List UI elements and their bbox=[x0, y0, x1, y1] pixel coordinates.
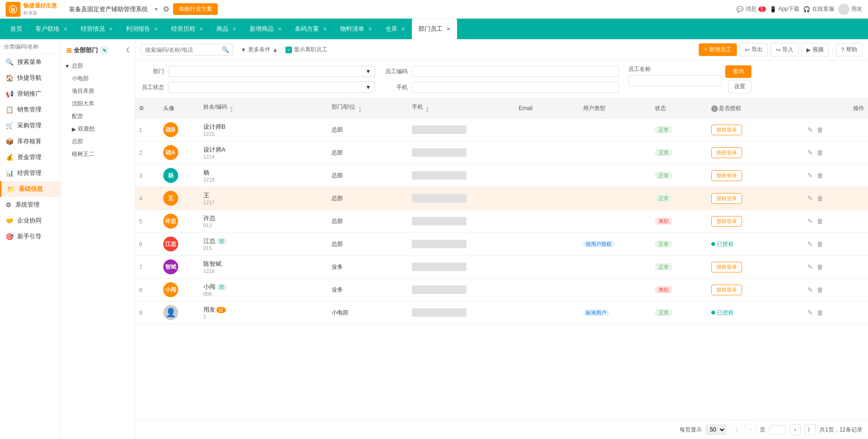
help-button[interactable]: ? 帮助 bbox=[836, 43, 862, 56]
more-conditions-button[interactable]: ▼ 更多条件 ▲ bbox=[237, 44, 282, 56]
sidebar-item-quick-nav[interactable]: 🏠 快捷导航 bbox=[0, 70, 60, 86]
last-page-button[interactable]: 》 bbox=[805, 424, 816, 435]
close-icon[interactable]: ✕ bbox=[109, 26, 113, 32]
sidebar-search-input[interactable] bbox=[4, 43, 61, 50]
dept-collapse-button[interactable]: 《 bbox=[123, 46, 129, 55]
close-icon[interactable]: ✕ bbox=[368, 26, 372, 32]
dept-edit-button[interactable]: ✎ bbox=[100, 46, 109, 55]
close-icon[interactable]: ✕ bbox=[154, 26, 158, 32]
col-phone[interactable]: 手机 ▲ ▼ bbox=[408, 98, 515, 118]
close-icon[interactable]: ✕ bbox=[199, 26, 203, 32]
tab-goods[interactable]: 商品 ✕ bbox=[210, 19, 243, 39]
sidebar-item-guide[interactable]: 🎯 新手引导 bbox=[0, 229, 60, 244]
view-button[interactable]: ▶ 视频 bbox=[801, 43, 829, 56]
add-employee-button[interactable]: + 新增员工 bbox=[699, 43, 737, 56]
emp-name-input[interactable] bbox=[628, 75, 722, 86]
query-button[interactable]: 查询 bbox=[725, 65, 751, 78]
sidebar-item-operations[interactable]: 📊 经营管理 bbox=[0, 165, 60, 181]
col-name[interactable]: 姓名/编码 ▲ ▼ bbox=[200, 98, 328, 118]
experience-button[interactable]: 体验行业方案 bbox=[173, 3, 218, 15]
tab-home[interactable]: 首页 bbox=[4, 19, 29, 39]
emp-status-select[interactable]: ▼ bbox=[168, 82, 375, 93]
app-download-action[interactable]: 📱 App下载 bbox=[770, 5, 799, 13]
edit-icon[interactable]: ✎ bbox=[807, 217, 813, 225]
tab-profit[interactable]: 利润报告 ✕ bbox=[119, 19, 165, 39]
edit-icon[interactable]: ✎ bbox=[807, 309, 813, 316]
search-input[interactable] bbox=[145, 47, 220, 53]
close-icon[interactable]: ✕ bbox=[278, 26, 282, 32]
sidebar-item-finance[interactable]: 💰 资金管理 bbox=[0, 149, 60, 165]
settings-icon[interactable]: ⚙ bbox=[139, 105, 144, 111]
prev-page-button[interactable]: ‹ bbox=[745, 424, 756, 435]
close-icon[interactable]: ✕ bbox=[232, 26, 236, 32]
sidebar-item-inventory[interactable]: 📦 库存核算 bbox=[0, 133, 60, 149]
export-button[interactable]: ↩ 导出 bbox=[740, 43, 768, 56]
dept-node-small-elec[interactable]: 小电部 bbox=[61, 72, 135, 85]
set-button[interactable]: 设置 bbox=[728, 80, 751, 93]
auth-button[interactable]: 授权登录 bbox=[711, 147, 742, 158]
next-page-button[interactable]: › bbox=[790, 424, 801, 435]
sidebar-item-system[interactable]: ⚙ 系统管理 bbox=[0, 197, 60, 213]
dept-node-distribution[interactable]: 配货 bbox=[61, 110, 135, 123]
tab-new-goods[interactable]: 新增商品 ✕ bbox=[243, 19, 288, 39]
dept-node-project-warehouse[interactable]: 项目库房 bbox=[61, 85, 135, 98]
sidebar-item-search[interactable]: 🔍 搜索菜单 bbox=[0, 54, 60, 70]
sidebar-item-purchase[interactable]: 🛒 采购管理 bbox=[0, 118, 60, 133]
tab-employees[interactable]: 部门员工 ✕ bbox=[412, 19, 457, 39]
sidebar-item-sales[interactable]: 📋 销售管理 bbox=[0, 102, 60, 118]
auth-button[interactable]: 授权登录 bbox=[711, 125, 742, 135]
auth-button[interactable]: 授权登录 bbox=[711, 170, 742, 181]
delete-icon[interactable]: 🗑 bbox=[817, 240, 823, 248]
dept-node-hq[interactable]: 总部 bbox=[61, 135, 135, 148]
close-icon[interactable]: ✕ bbox=[323, 26, 327, 32]
tab-operations[interactable]: 经营情况 ✕ bbox=[74, 19, 119, 39]
dept-filter-select[interactable]: ▼ bbox=[168, 66, 375, 77]
delete-icon[interactable]: 🗑 bbox=[817, 286, 823, 293]
sidebar-item-basic-info[interactable]: 📁 基础信息 bbox=[0, 181, 60, 197]
close-icon[interactable]: ✕ bbox=[401, 26, 405, 32]
delete-icon[interactable]: 🗑 bbox=[817, 263, 823, 271]
edit-icon[interactable]: ✎ bbox=[807, 286, 813, 293]
auth-button[interactable]: 授权登录 bbox=[711, 193, 742, 204]
col-dept[interactable]: 部门/职位 ▲ ▼ bbox=[328, 98, 408, 118]
sidebar-item-enterprise[interactable]: 🤝 企业协同 bbox=[0, 213, 60, 229]
delete-icon[interactable]: 🗑 bbox=[817, 309, 823, 316]
dept-node-shenyang[interactable]: 沈阳大库 bbox=[61, 98, 135, 110]
dept-node-plant[interactable]: 植树王二 bbox=[61, 148, 135, 160]
phone-input[interactable] bbox=[411, 82, 618, 93]
online-service-action[interactable]: 🎧 在线客服 bbox=[803, 5, 834, 13]
search-icon[interactable]: 🔍 bbox=[222, 46, 229, 53]
edit-icon[interactable]: ✎ bbox=[807, 149, 813, 156]
show-offline-toggle[interactable]: ✓ 显示离职员工 bbox=[285, 46, 327, 54]
tab-barcode[interactable]: 条码方案 ✕ bbox=[288, 19, 333, 39]
close-icon[interactable]: ✕ bbox=[446, 26, 451, 32]
auth-button[interactable]: 授权登录 bbox=[711, 262, 742, 272]
dept-node-root[interactable]: ▼ 总部 bbox=[61, 60, 135, 72]
delete-icon[interactable]: 🗑 bbox=[817, 126, 823, 133]
edit-icon[interactable]: ✎ bbox=[807, 126, 813, 133]
tab-warehouse[interactable]: 仓库 ✕ bbox=[379, 19, 412, 39]
settings-button[interactable]: ⚙ bbox=[163, 5, 169, 14]
edit-icon[interactable]: ✎ bbox=[807, 240, 813, 248]
delete-icon[interactable]: 🗑 bbox=[817, 195, 823, 202]
dropdown-arrow-icon[interactable]: ▼ bbox=[153, 6, 159, 13]
first-page-button[interactable]: 《 bbox=[730, 424, 741, 435]
message-action[interactable]: 💬 消息 5 bbox=[736, 5, 766, 13]
edit-icon[interactable]: ✎ bbox=[807, 263, 813, 271]
delete-icon[interactable]: 🗑 bbox=[817, 217, 823, 225]
tab-customers[interactable]: 客户联络 ✕ bbox=[29, 19, 74, 39]
sidebar-item-marketing[interactable]: 📢 营销推广 bbox=[0, 86, 60, 102]
page-input[interactable]: 1 bbox=[769, 425, 786, 434]
tab-bom[interactable]: 物料清单 ✕ bbox=[333, 19, 379, 39]
tab-history[interactable]: 经营历程 ✕ bbox=[165, 19, 210, 39]
dept-node-shuanglu[interactable]: ▶ 双鹿想 bbox=[61, 123, 135, 135]
emp-code-input[interactable] bbox=[411, 66, 618, 77]
auth-button[interactable]: 授权登录 bbox=[711, 216, 742, 227]
user-action[interactable]: 用友 bbox=[838, 4, 862, 15]
per-page-select[interactable]: 50 bbox=[706, 425, 726, 435]
auth-button[interactable]: 授权登录 bbox=[711, 285, 742, 295]
edit-icon[interactable]: ✎ bbox=[807, 195, 813, 202]
import-button[interactable]: ↪ 导入 bbox=[771, 43, 799, 56]
delete-icon[interactable]: 🗑 bbox=[817, 149, 823, 156]
edit-icon[interactable]: ✎ bbox=[807, 172, 813, 179]
